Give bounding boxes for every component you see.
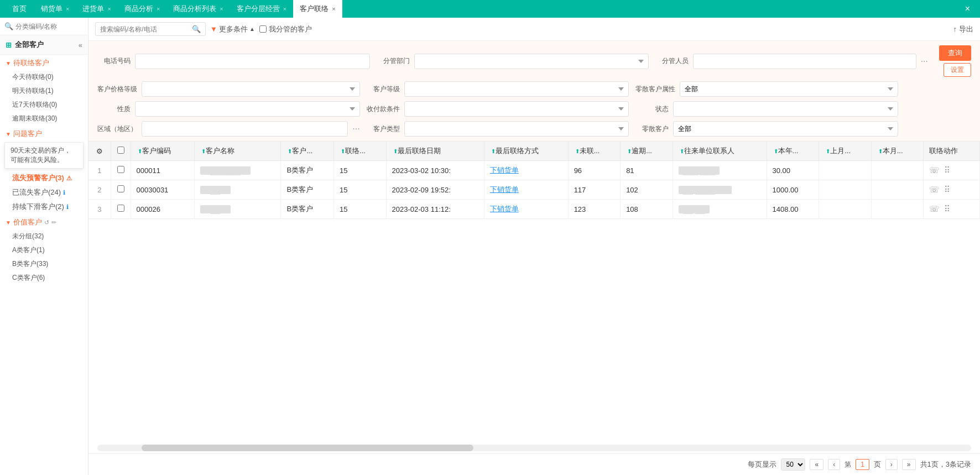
- filter-staff-more-icon[interactable]: ···: [921, 56, 928, 66]
- query-button[interactable]: 查询: [939, 45, 971, 61]
- sidebar-item-tomorrow[interactable]: 明天待联络(1): [0, 84, 88, 98]
- close-customer-tier-tab-icon[interactable]: ×: [283, 6, 286, 12]
- total-records-label: 共1页，3条记录: [920, 460, 971, 469]
- sidebar-item-churned[interactable]: 已流失客户(24) ℹ: [0, 185, 88, 200]
- nav-tab-customer-contact[interactable]: 客户联络 ×: [293, 0, 342, 18]
- top-navigation: 首页 销货单 × 进货单 × 商品分析 × 商品分析列表 × 客户分层经营 × …: [0, 0, 980, 18]
- nav-tab-sales[interactable]: 销货单 ×: [34, 0, 76, 18]
- close-purchase-tab-icon[interactable]: ×: [107, 6, 111, 12]
- sidebar-item-a-class[interactable]: A类客户(1): [0, 243, 88, 257]
- action-more-icon[interactable]: ⠿: [944, 165, 950, 175]
- action-more-icon[interactable]: ⠿: [944, 185, 950, 195]
- row-last-method-link[interactable]: 下销货单: [490, 185, 519, 194]
- next-page-button[interactable]: ›: [885, 459, 898, 470]
- toolbar-search-box: 🔍: [95, 22, 206, 36]
- nav-tab-analysis[interactable]: 商品分析 ×: [118, 0, 166, 18]
- action-contact-icon[interactable]: ☏: [929, 165, 940, 175]
- col-customer-type[interactable]: ⬆客户...: [281, 142, 334, 161]
- col-last-month[interactable]: ⬆上月...: [819, 142, 871, 161]
- table-select-all-checkbox[interactable]: [117, 147, 124, 154]
- sidebar-group-problem[interactable]: ▼ 问题客户: [0, 126, 88, 141]
- scrollbar-thumb[interactable]: [142, 445, 473, 451]
- nav-tab-customer-tier[interactable]: 客户分层经营 ×: [230, 0, 293, 18]
- sidebar-item-churn-warning[interactable]: 流失预警客户(3) ⚠: [0, 171, 88, 185]
- filter-customer-type-select[interactable]: [404, 121, 629, 137]
- sidebar-item-today[interactable]: 今天待联络(0): [0, 70, 88, 84]
- horizontal-scrollbar[interactable]: [97, 445, 971, 451]
- filter-area-input[interactable]: [142, 121, 348, 137]
- action-more-icon[interactable]: ⠿: [944, 204, 950, 214]
- settings-button[interactable]: 设置: [943, 63, 971, 77]
- row-last-method-link[interactable]: 下销货单: [490, 166, 519, 174]
- col-this-year[interactable]: ⬆本年...: [767, 142, 819, 161]
- more-conditions-button[interactable]: ▼ 更多条件 ▲: [210, 24, 255, 34]
- sidebar-search-input[interactable]: [15, 23, 84, 30]
- table-header-row: ⚙ ⬆客户编码 ⬆客户名称 ⬆客户... ⬆联络... ⬆最后联络日期 ⬆最后联…: [88, 142, 980, 161]
- filter-zero-attr-select[interactable]: 全部: [680, 81, 898, 97]
- nav-tab-purchase[interactable]: 进货单 ×: [76, 0, 117, 18]
- close-sales-tab-icon[interactable]: ×: [66, 6, 69, 12]
- sidebar-item-7days[interactable]: 近7天待联络(0): [0, 98, 88, 112]
- close-customer-contact-tab-icon[interactable]: ×: [332, 6, 335, 12]
- nav-tab-analysis-list[interactable]: 商品分析列表 ×: [166, 0, 230, 18]
- row-checkbox-cell: [111, 180, 131, 200]
- export-button[interactable]: ↑ 导出: [953, 24, 974, 34]
- filter-staff-input[interactable]: [693, 54, 916, 69]
- prev-page-button[interactable]: ‹: [828, 459, 840, 470]
- nav-tab-home[interactable]: 首页: [4, 0, 34, 18]
- row-overdue: 108: [621, 200, 673, 219]
- arrow-down-icon-3: ▼: [6, 220, 11, 226]
- per-page-select[interactable]: 50: [781, 458, 805, 471]
- filter-customer-level-select[interactable]: [404, 81, 629, 97]
- sidebar-collapse-icon[interactable]: «: [79, 41, 82, 49]
- col-overdue[interactable]: ⬆逾期...: [621, 142, 673, 161]
- my-customers-checkbox[interactable]: [259, 25, 267, 33]
- table-footer: 每页显示 50 « ‹ 第 1 页 › » 共1页，3条记录: [88, 453, 980, 475]
- filter-zero-customer-select[interactable]: 全部: [673, 121, 898, 137]
- filter-payment-select[interactable]: [404, 101, 629, 117]
- close-analysis-list-tab-icon[interactable]: ×: [220, 6, 223, 12]
- row-unlinked: 96: [568, 161, 620, 180]
- sidebar-item-c-class[interactable]: C类客户(6): [0, 271, 88, 285]
- col-unit-contact[interactable]: ⬆往来单位联系人: [673, 142, 767, 161]
- row-checkbox[interactable]: [117, 185, 124, 192]
- col-customer-name[interactable]: ⬆客户名称: [195, 142, 281, 161]
- refresh-icon[interactable]: ↺: [44, 219, 49, 226]
- sidebar-group-pending[interactable]: ▼ 待联络客户: [0, 55, 88, 70]
- action-contact-icon[interactable]: ☏: [929, 185, 940, 195]
- action-contact-icon[interactable]: ☏: [929, 204, 940, 214]
- row-this-month: [871, 180, 923, 200]
- row-customer-name: ██: [195, 200, 281, 219]
- edit-icon[interactable]: ✏: [51, 219, 56, 226]
- col-last-date[interactable]: ⬆最后联络日期: [386, 142, 484, 161]
- row-checkbox[interactable]: [117, 205, 124, 212]
- close-app-icon[interactable]: ×: [960, 4, 976, 14]
- table-settings-col[interactable]: ⚙: [88, 142, 111, 161]
- col-contact[interactable]: ⬆联络...: [334, 142, 386, 161]
- row-checkbox[interactable]: [117, 166, 124, 173]
- filter-department-select[interactable]: [414, 54, 649, 69]
- sidebar-item-overdue[interactable]: 逾期未联络(30): [0, 112, 88, 126]
- filter-price-level-select[interactable]: [142, 81, 360, 97]
- sidebar-group-value[interactable]: ▼ 价值客户 ↺ ✏: [0, 214, 88, 229]
- sidebar-item-b-class[interactable]: B类客户(33): [0, 257, 88, 271]
- close-analysis-tab-icon[interactable]: ×: [157, 6, 160, 12]
- col-this-month[interactable]: ⬆本月...: [871, 142, 923, 161]
- filter-gender-select[interactable]: [135, 101, 360, 117]
- filter-phone-input[interactable]: [135, 54, 370, 69]
- col-unlinked[interactable]: ⬆未联...: [568, 142, 620, 161]
- sidebar-item-ungroup[interactable]: 未分组(32): [0, 229, 88, 243]
- row-last-method-link[interactable]: 下销货单: [490, 205, 519, 213]
- row-unlinked: 123: [568, 200, 620, 219]
- toolbar-search-input[interactable]: [100, 25, 192, 33]
- col-last-method[interactable]: ⬆最后联络方式: [484, 142, 568, 161]
- row-contact-count: 15: [334, 161, 386, 180]
- toolbar-search-button[interactable]: 🔍: [192, 25, 201, 33]
- col-customer-code[interactable]: ⬆客户编码: [131, 142, 195, 161]
- sidebar-item-declining[interactable]: 持续下滑客户(2) ℹ: [0, 200, 88, 214]
- first-page-button[interactable]: «: [810, 459, 823, 470]
- filter-status-select[interactable]: [673, 101, 898, 117]
- sidebar-all-customers[interactable]: ⊞ 全部客户 «: [0, 35, 88, 55]
- last-page-button[interactable]: »: [902, 459, 916, 470]
- filter-area-more-icon[interactable]: ···: [352, 124, 359, 134]
